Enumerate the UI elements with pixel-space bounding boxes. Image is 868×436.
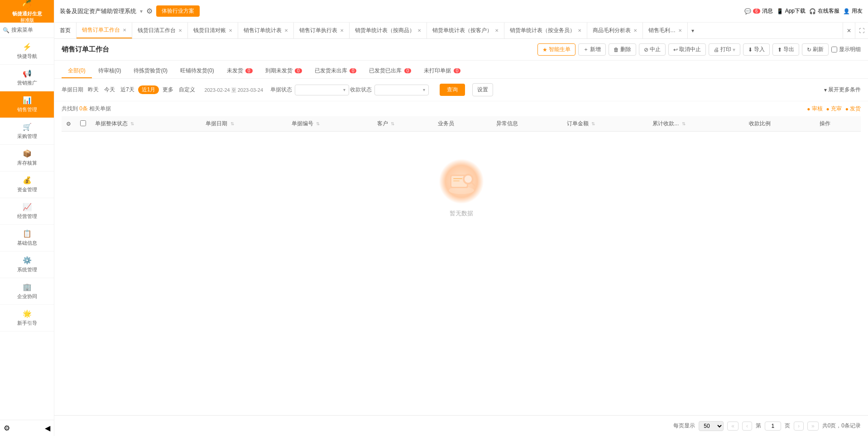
cancel-stop-button[interactable]: ↩ 取消中止 <box>668 43 706 56</box>
sub-tab-wangpu-ship[interactable]: 旺铺待发货(0) <box>174 64 221 78</box>
sub-tab-overdue-unshipped[interactable]: 到期未发货 0 <box>259 64 308 78</box>
tab-close-icon[interactable]: ✕ <box>178 28 182 33</box>
print-button[interactable]: 🖨 打印 ▾ <box>709 43 740 56</box>
revoke-action-button[interactable]: ● 充审 <box>826 105 842 113</box>
page-size-select[interactable]: 50 10 20 100 <box>699 421 724 431</box>
tab-sales-exec[interactable]: 销售订单执行表 ✕ <box>294 23 350 38</box>
th-exception[interactable]: 异常信息 <box>492 116 562 132</box>
audit-action-button[interactable]: ● 审核 <box>807 105 822 113</box>
tab-sales-more[interactable]: 销售毛利… ✕ <box>643 23 688 38</box>
dropdown-arrow-icon[interactable]: ▾ <box>140 8 143 14</box>
tab-close-icon[interactable]: ✕ <box>417 28 421 33</box>
th-staff[interactable]: 业务员 <box>433 116 492 132</box>
th-date[interactable]: 单据日期 ⇅ <box>201 116 287 132</box>
th-amount[interactable]: 订单金额 ⇅ <box>562 116 648 132</box>
tab-sales-staff[interactable]: 销货单统计表（按业务员） ✕ <box>504 23 587 38</box>
prev-page-button[interactable]: ‹ <box>742 422 752 431</box>
show-detail-label[interactable]: 显示明细 <box>831 46 861 53</box>
sidebar-item-enterprise[interactable]: 🏢 企业协同 <box>0 278 54 305</box>
column-settings-icon[interactable]: ⚙ <box>66 121 71 127</box>
date-opt-last7[interactable]: 近7天 <box>119 85 136 95</box>
sidebar-search[interactable]: 🔍 搜索菜单 <box>0 23 54 38</box>
settings-filter-button[interactable]: 设置 <box>472 83 493 96</box>
stop-button[interactable]: ⊘ 中止 <box>639 43 666 56</box>
tab-close-icon[interactable]: ✕ <box>495 28 499 33</box>
shipped-out-badge: 0 <box>404 68 412 73</box>
last-page-button[interactable]: » <box>807 422 819 431</box>
th-customer[interactable]: 客户 ⇅ <box>373 116 433 132</box>
collapse-icon[interactable]: ◀ <box>45 424 50 432</box>
message-item[interactable]: 💬 6 消息 <box>744 7 773 15</box>
tab-close-icon[interactable]: ✕ <box>578 28 581 33</box>
tab-close-icon[interactable]: ✕ <box>678 28 682 33</box>
tab-more-button[interactable]: ▾ <box>688 23 698 38</box>
date-opt-yesterday[interactable]: 昨天 <box>86 85 101 95</box>
first-page-button[interactable]: « <box>727 422 739 431</box>
sidebar-item-basic[interactable]: 📋 基础信息 <box>0 225 54 251</box>
th-number[interactable]: 单据编号 ⇅ <box>287 116 373 132</box>
app-download-item[interactable]: 📱 App下载 <box>777 7 806 15</box>
sub-tab-unshipped[interactable]: 未发货 0 <box>221 64 259 78</box>
th-collected[interactable]: 累计收款... ⇅ <box>648 116 744 132</box>
query-button[interactable]: 查询 <box>440 84 465 96</box>
sidebar-item-system[interactable]: ⚙️ 系统管理 <box>0 251 54 278</box>
add-button[interactable]: ＋ 新增 <box>578 43 606 56</box>
tab-product-margin[interactable]: 商品毛利分析表 ✕ <box>587 23 643 38</box>
sub-tab-shipped-not-out[interactable]: 已发货未出库 0 <box>308 64 363 78</box>
th-checkbox[interactable] <box>76 116 91 132</box>
sidebar-item-quick-nav[interactable]: ⚡ 快捷导航 <box>0 38 54 65</box>
page-number-input[interactable] <box>765 422 781 431</box>
tab-cash-daily[interactable]: 钱货日清工作台 ✕ <box>132 23 188 38</box>
sub-tab-shipped-out[interactable]: 已发货已出库 0 <box>363 64 417 78</box>
sidebar-item-operation[interactable]: 📈 经营管理 <box>0 198 54 225</box>
sub-tab-all[interactable]: 全部(0) <box>62 64 92 78</box>
th-ratio[interactable]: 收款比例 <box>744 116 815 132</box>
tab-expand-button[interactable]: ⛶ <box>855 23 868 38</box>
sidebar-item-purchase[interactable]: 🛒 采购管理 <box>0 118 54 145</box>
date-opt-custom[interactable]: 自定义 <box>177 85 197 95</box>
settings-header-icon[interactable]: ⚙ <box>146 7 153 15</box>
sidebar-item-inventory[interactable]: 📦 库存核算 <box>0 145 54 171</box>
date-opt-more[interactable]: 更多 <box>161 85 175 95</box>
tab-close-icon[interactable]: ✕ <box>633 28 637 33</box>
payment-select[interactable] <box>374 85 429 95</box>
th-status[interactable]: 单据整体状态 ⇅ <box>91 116 201 132</box>
tab-sales-workbench[interactable]: 销售订单工作台 ✕ <box>77 23 132 38</box>
show-detail-checkbox[interactable] <box>831 47 837 52</box>
sidebar-item-marketing[interactable]: 📢 营销推广 <box>0 65 54 91</box>
settings-icon[interactable]: ⚙ <box>4 424 10 432</box>
next-page-button[interactable]: › <box>794 422 804 431</box>
smart-generate-button[interactable]: ★ 智能生单 <box>537 43 575 56</box>
tab-home[interactable]: 首页 <box>54 23 77 38</box>
import-button[interactable]: ⬇ 导入 <box>743 43 770 56</box>
export-button[interactable]: ⬆ 导出 <box>772 43 799 56</box>
tab-sales-stat[interactable]: 销售订单统计表 ✕ <box>238 23 294 38</box>
tab-prev-button[interactable]: ✕ <box>843 23 855 38</box>
status-select[interactable] <box>295 85 349 95</box>
experience-button[interactable]: 体验行业方案 <box>156 5 200 17</box>
sidebar-item-finance[interactable]: 💰 资金管理 <box>0 171 54 198</box>
tab-sales-product[interactable]: 销货单统计表（按商品） ✕ <box>350 23 427 38</box>
tab-close-icon[interactable]: ✕ <box>340 28 344 33</box>
sub-tab-unprinted[interactable]: 未打印单据 0 <box>417 64 467 78</box>
tab-close-icon[interactable]: ✕ <box>229 28 232 33</box>
delete-button[interactable]: 🗑 删除 <box>609 43 636 56</box>
sidebar-item-guide[interactable]: 🌟 新手引导 <box>0 305 54 332</box>
date-opt-today[interactable]: 今天 <box>102 85 117 95</box>
sub-tab-pending-inspect[interactable]: 待拣货验货(0) <box>127 64 174 78</box>
user-item[interactable]: 👤 用友 <box>843 7 863 15</box>
ship-action-button[interactable]: ● 发货 <box>845 105 861 113</box>
tab-close-icon[interactable]: ✕ <box>123 28 126 33</box>
sub-tab-pending-review[interactable]: 待审核(0) <box>92 64 128 78</box>
date-options: 昨天 今天 近7天 近1月 更多 自定义 <box>86 85 197 95</box>
date-opt-last1month[interactable]: 近1月 <box>138 85 159 94</box>
tab-close-icon[interactable]: ✕ <box>284 28 288 33</box>
expand-filter-button[interactable]: ▾ 展开更多条件 <box>824 86 861 94</box>
select-all-checkbox[interactable] <box>80 120 86 126</box>
refresh-button[interactable]: ↻ 刷新 <box>802 43 829 56</box>
th-settings[interactable]: ⚙ <box>62 116 76 132</box>
tab-sales-customer[interactable]: 销货单统计表（按客户） ✕ <box>427 23 504 38</box>
tab-cash-reconcile[interactable]: 钱货日清对账 ✕ <box>188 23 238 38</box>
online-service-item[interactable]: 🎧 在线客服 <box>809 7 839 15</box>
sidebar-item-sales[interactable]: 📊 销售管理 <box>0 91 54 118</box>
